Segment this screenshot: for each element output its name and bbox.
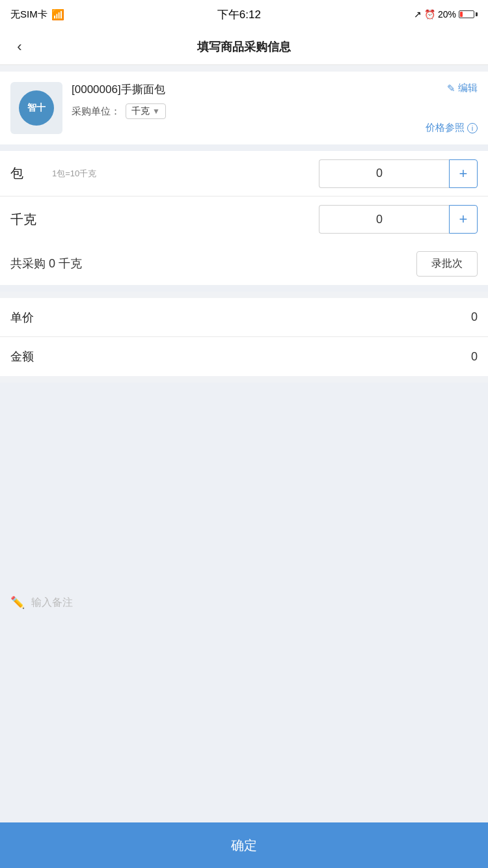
kg-plus-button[interactable]: + bbox=[449, 205, 478, 234]
logo-text: 智十 bbox=[27, 102, 46, 114]
product-logo: 智十 bbox=[19, 90, 54, 126]
summary-prefix: 共采购 bbox=[10, 257, 46, 270]
status-bar: 无SIM卡 📶 下午6:12 ↗ ⏰ 20% bbox=[0, 0, 488, 29]
product-info: [0000006]手撕面包 采购单位： 千克 ▼ bbox=[72, 82, 478, 119]
edit-label: 编辑 bbox=[458, 82, 478, 94]
price-ref-label: 价格参照 bbox=[426, 122, 465, 134]
product-image: 智十 bbox=[10, 82, 62, 134]
unit-price-row: 单价 0 bbox=[0, 298, 488, 337]
edit-icon: ✎ bbox=[447, 83, 455, 94]
kg-input-row: 千克 + bbox=[0, 197, 488, 242]
notes-section[interactable]: ✏️ 输入备注 bbox=[0, 383, 488, 822]
status-right: ↗ ⏰ 20% bbox=[414, 9, 478, 20]
page-title: 填写商品采购信息 bbox=[197, 39, 291, 55]
status-time: 下午6:12 bbox=[217, 7, 261, 22]
kg-quantity-input[interactable] bbox=[319, 205, 449, 234]
battery-icon bbox=[459, 10, 478, 18]
product-unit-row: 采购单位： 千克 ▼ bbox=[72, 103, 478, 119]
back-button[interactable]: ‹ bbox=[0, 29, 39, 65]
info-icon: i bbox=[467, 123, 478, 133]
summary-text: 共采购 0 千克 bbox=[10, 256, 82, 271]
bao-label: 包 bbox=[10, 165, 49, 182]
bao-sublabel: 1包=10千克 bbox=[52, 168, 96, 180]
notes-placeholder: 输入备注 bbox=[31, 596, 73, 610]
bao-quantity-input[interactable] bbox=[319, 159, 449, 188]
amount-row: 金额 0 bbox=[0, 337, 488, 376]
unit-price-label: 单价 bbox=[10, 310, 34, 325]
battery-percent: 20% bbox=[438, 9, 456, 20]
back-icon: ‹ bbox=[17, 38, 21, 55]
bao-qty-wrapper: + bbox=[319, 159, 478, 188]
summary-qty-value: 0 bbox=[49, 257, 55, 270]
nav-bar: ‹ 填写商品采购信息 bbox=[0, 29, 488, 65]
bao-input-row: 包 1包=10千克 + bbox=[0, 151, 488, 197]
wifi-icon: 📶 bbox=[51, 8, 64, 21]
confirm-label: 确定 bbox=[231, 837, 257, 854]
unit-dropdown-icon: ▼ bbox=[152, 107, 160, 116]
amount-label: 金额 bbox=[10, 349, 34, 364]
price-ref-button[interactable]: 价格参照 i bbox=[426, 122, 478, 134]
product-card: 智十 [0000006]手撕面包 采购单位： 千克 ▼ ✎ 编辑 价格参照 i bbox=[0, 72, 488, 144]
section-separator-2 bbox=[0, 285, 488, 292]
carrier-text: 无SIM卡 bbox=[10, 8, 47, 21]
section-separator-1 bbox=[0, 144, 488, 151]
unit-label: 采购单位： bbox=[72, 105, 120, 118]
kg-label: 千克 bbox=[10, 211, 49, 228]
quantity-input-section: 包 1包=10千克 + 千克 + bbox=[0, 151, 488, 242]
info-section: 单价 0 金额 0 bbox=[0, 298, 488, 376]
summary-row: 共采购 0 千克 录批次 bbox=[0, 242, 488, 285]
product-name: [0000006]手撕面包 bbox=[72, 82, 478, 97]
kg-qty-wrapper: + bbox=[319, 205, 478, 234]
confirm-button[interactable]: 确定 bbox=[0, 822, 488, 868]
edit-button[interactable]: ✎ 编辑 bbox=[447, 82, 478, 94]
record-batch-button[interactable]: 录批次 bbox=[416, 251, 478, 277]
unit-value: 千克 bbox=[131, 105, 150, 117]
summary-unit-value: 千克 bbox=[59, 257, 82, 270]
bao-plus-button[interactable]: + bbox=[449, 159, 478, 188]
unit-price-value: 0 bbox=[471, 310, 478, 324]
location-icon: ↗ bbox=[414, 9, 422, 20]
unit-selector[interactable]: 千克 ▼ bbox=[126, 103, 166, 119]
alarm-icon: ⏰ bbox=[424, 9, 435, 20]
status-carrier: 无SIM卡 📶 bbox=[10, 8, 64, 21]
pencil-icon: ✏️ bbox=[10, 595, 25, 610]
amount-value: 0 bbox=[471, 350, 478, 364]
